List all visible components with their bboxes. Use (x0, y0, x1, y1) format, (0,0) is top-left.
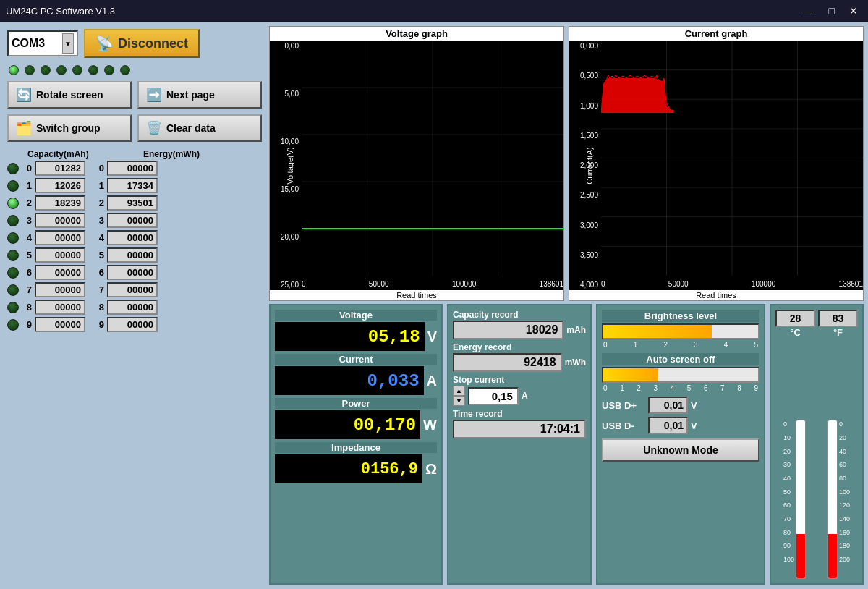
data-table-header: Capacity(mAh) Energy(mWh) (25, 149, 262, 159)
voltage-y-label-1: 20,00 (270, 233, 302, 241)
brightness-slider[interactable] (602, 323, 760, 339)
row-index-2: 2 (22, 198, 32, 208)
row-led-4 (7, 232, 19, 244)
table-row: 4 00000 4 00000 (7, 230, 262, 245)
com-dropdown-button[interactable]: ▼ (62, 33, 74, 54)
usb-dp-row: USB D+ 0,01 V (602, 397, 760, 414)
cap-header: Capacity(mAh) (27, 149, 122, 159)
right-panel: Voltage graph 25,00 20,00 15,00 10,00 5,… (269, 26, 864, 585)
bottom-section: Voltage 05,18 V Current 0,033 A Po (269, 304, 864, 585)
fahrenheit-bar-fill (828, 534, 837, 578)
usb-dp-label: USB D+ (602, 400, 645, 411)
voltage-canvas (302, 41, 563, 276)
brightness-fill (603, 325, 712, 338)
usb-dp-unit: V (691, 400, 697, 411)
disconnect-icon: 📡 (95, 35, 114, 52)
stop-current-row: Stop current ▲ ▼ 0,15 A (453, 375, 586, 406)
auto-screen-section: Auto screen off 0 1 2 3 4 5 6 7 8 (602, 353, 760, 392)
celsius-value: 28 (775, 310, 815, 327)
voltage-y-axis-label: Voltage(V) (286, 147, 294, 184)
led-7 (120, 65, 130, 75)
row-energy-8: 00000 (107, 300, 158, 315)
minimize-button[interactable]: — (800, 4, 819, 18)
capacity-record-display: 18029 (453, 321, 563, 339)
voltage-x-labels: 0 50000 100000 138601 (302, 277, 563, 290)
row-index-9: 9 (22, 319, 32, 330)
auto-screen-ticks: 0 1 2 3 4 5 6 7 8 9 (602, 384, 760, 392)
led-2 (41, 65, 51, 75)
fahrenheit-value: 83 (818, 310, 858, 327)
app-title: UM24C PC Software V1.3 (6, 6, 800, 17)
voltage-block: Voltage 05,18 V (275, 310, 437, 351)
connection-row: ▼ 📡 Disconnect (4, 26, 265, 61)
records-panel: Capacity record 18029 mAh Energy record … (447, 304, 592, 585)
row-cap-5: 00000 (35, 247, 85, 263)
voltage-graph-container: Voltage graph 25,00 20,00 15,00 10,00 5,… (269, 26, 564, 301)
capacity-record-unit: mAh (566, 325, 586, 335)
usb-dp-value: 0,01 (648, 397, 688, 414)
measurements-panel: Voltage 05,18 V Current 0,033 A Po (269, 304, 443, 585)
voltage-graph-area: 25,00 20,00 15,00 10,00 5,00 0,00 Voltag… (270, 41, 563, 290)
row-index-1: 1 (22, 180, 32, 191)
current-graph-title: Current graph (569, 27, 863, 41)
mode-button[interactable]: Unknown Mode (602, 438, 760, 462)
switch-group-button[interactable]: 🗂️ Switch group (7, 114, 132, 142)
impedance-block: Impedance 0156,9 Ω (275, 442, 437, 483)
fahrenheit-thermometer: 200 180 160 140 120 100 80 60 40 20 0 (820, 420, 858, 579)
graphs-row: Voltage graph 25,00 20,00 15,00 10,00 5,… (269, 26, 864, 301)
disconnect-button[interactable]: 📡 Disconnect (84, 29, 200, 58)
voltage-y-label-5: 0,00 (270, 42, 302, 50)
row-energy-6: 00000 (107, 265, 158, 280)
current-x-title: Read times (569, 290, 863, 300)
next-page-icon: ➡️ (146, 87, 162, 103)
voltage-x-title: Read times (270, 290, 563, 300)
fahrenheit-unit: °F (833, 327, 843, 338)
row-cap-9: 00000 (35, 317, 85, 332)
disconnect-label: Disconnect (118, 36, 188, 51)
thermometers-row: 100 90 80 70 60 50 40 30 20 10 0 (775, 341, 858, 579)
row-cap-0: 01282 (35, 161, 85, 176)
led-0 (9, 65, 19, 75)
brightness-label: Brightness level (602, 310, 760, 322)
maximize-button[interactable]: □ (825, 4, 839, 18)
auto-screen-slider[interactable] (602, 367, 760, 383)
row-led-0 (7, 163, 19, 174)
capacity-record-label: Capacity record (453, 310, 586, 320)
stop-current-up-button[interactable]: ▲ (453, 386, 465, 396)
voltage-y-label-2: 15,00 (270, 185, 302, 193)
voltage-graph-title: Voltage graph (270, 27, 563, 41)
stop-current-controls: ▲ ▼ 0,15 A (453, 386, 586, 406)
current-unit: A (427, 373, 437, 389)
celsius-bar-fill (796, 534, 805, 578)
led-5 (88, 65, 98, 75)
table-row: 8 00000 8 00000 (7, 300, 262, 315)
celsius-thermo-container: 100 90 80 70 60 50 40 30 20 10 0 (783, 420, 806, 579)
close-button[interactable]: ✕ (845, 4, 862, 18)
power-value-row: 00,170 W (275, 410, 437, 439)
voltage-value-row: 05,18 V (275, 322, 437, 351)
energy-record-label: Energy record (453, 342, 586, 352)
voltage-display: 05,18 (275, 322, 425, 351)
clear-data-button[interactable]: 🗑️ Clear data (137, 114, 262, 142)
left-panel: ▼ 📡 Disconnect 🔄 Rotate screen (4, 26, 265, 585)
impedance-unit: Ω (425, 461, 437, 478)
row-cap-2: 18239 (35, 195, 85, 211)
led-4 (72, 65, 82, 75)
next-page-button[interactable]: ➡️ Next page (137, 81, 262, 109)
voltage-unit: V (427, 329, 437, 345)
celsius-unit: °C (790, 327, 801, 338)
usb-dm-row: USB D- 0,01 V (602, 417, 760, 434)
row-energy-index-8: 8 (94, 302, 104, 313)
rotate-screen-button[interactable]: 🔄 Rotate screen (7, 81, 132, 109)
stop-current-down-button[interactable]: ▼ (453, 396, 465, 406)
main-container: ▼ 📡 Disconnect 🔄 Rotate screen (0, 22, 868, 589)
svg-marker-18 (601, 78, 673, 113)
table-row: 0 01282 0 00000 (7, 161, 262, 176)
com-port-input[interactable] (12, 37, 62, 50)
row-energy-4: 00000 (107, 230, 158, 245)
action-row-2: 🗂️ Switch group 🗑️ Clear data (4, 113, 265, 143)
row-energy-9: 00000 (107, 317, 158, 332)
row-energy-index-4: 4 (94, 232, 104, 243)
power-display: 00,170 (275, 410, 420, 439)
controls-panel: Brightness level 0 1 2 3 4 5 Auto (596, 304, 765, 585)
